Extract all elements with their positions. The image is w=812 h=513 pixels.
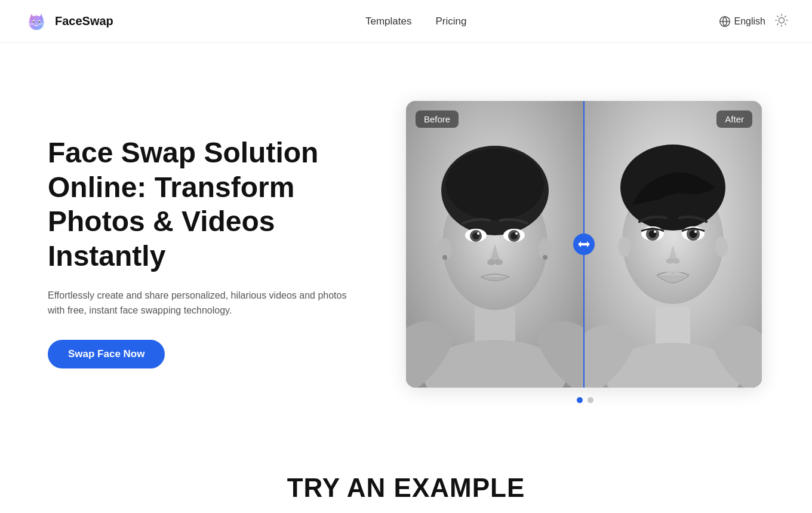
faceswap-logo-icon (24, 9, 49, 34)
hero-compare-area: Before After (406, 101, 764, 403)
svg-point-7 (33, 21, 35, 23)
svg-point-43 (543, 255, 548, 260)
svg-line-22 (777, 23, 778, 24)
svg-line-23 (785, 16, 786, 16)
svg-point-4 (29, 16, 44, 30)
sun-icon (775, 14, 788, 27)
after-face-illustration (584, 101, 762, 388)
theme-toggle[interactable] (775, 14, 788, 29)
svg-point-58 (694, 231, 697, 233)
svg-point-50 (715, 236, 728, 257)
carousel-dots (406, 397, 764, 403)
dot-2[interactable] (588, 397, 593, 403)
svg-line-13 (39, 24, 44, 25)
compare-handle[interactable] (573, 234, 595, 255)
svg-line-19 (785, 23, 786, 24)
nav-actions: English (719, 14, 788, 29)
dot-1[interactable] (577, 397, 583, 403)
svg-point-49 (618, 236, 631, 257)
nav-brand-group: FaceSwap (24, 9, 113, 34)
arrows-icon (578, 240, 590, 248)
svg-point-39 (515, 232, 518, 235)
hero-content: Face Swap Solution Online: Transform Pho… (48, 136, 382, 368)
svg-point-15 (779, 17, 784, 23)
nav-link-templates[interactable]: Templates (365, 13, 411, 30)
globe-icon (719, 16, 731, 27)
swap-face-now-button[interactable]: Swap Face Now (48, 340, 165, 368)
brand-name: FaceSwap (55, 14, 113, 28)
svg-point-29 (446, 149, 544, 220)
svg-line-18 (777, 16, 778, 16)
nav-links: Templates Pricing (365, 13, 466, 30)
hero-title: Face Swap Solution Online: Transform Pho… (48, 136, 382, 273)
svg-point-54 (654, 231, 656, 233)
svg-point-60 (672, 259, 680, 264)
language-label: English (734, 16, 765, 27)
before-face-illustration (406, 101, 584, 388)
language-selector[interactable]: English (719, 16, 765, 27)
svg-point-41 (494, 259, 503, 265)
navbar: FaceSwap Templates Pricing English (0, 0, 812, 43)
svg-line-11 (29, 24, 34, 25)
try-example-section: TRY AN EXAMPLE (0, 449, 812, 513)
compare-after-side (584, 101, 762, 388)
image-compare-widget[interactable]: Before After (406, 101, 762, 388)
after-label: After (716, 110, 752, 128)
nav-link-pricing[interactable]: Pricing (435, 13, 466, 30)
hero-description: Effortlessly create and share personaliz… (48, 288, 358, 318)
compare-before-side (406, 101, 584, 388)
svg-point-8 (39, 21, 40, 23)
try-example-title: TRY AN EXAMPLE (48, 473, 764, 503)
svg-point-42 (442, 255, 447, 260)
hero-section: Face Swap Solution Online: Transform Pho… (0, 43, 812, 449)
svg-point-40 (487, 259, 496, 265)
before-label: Before (416, 110, 459, 128)
svg-point-9 (36, 23, 37, 24)
svg-point-35 (477, 232, 479, 235)
